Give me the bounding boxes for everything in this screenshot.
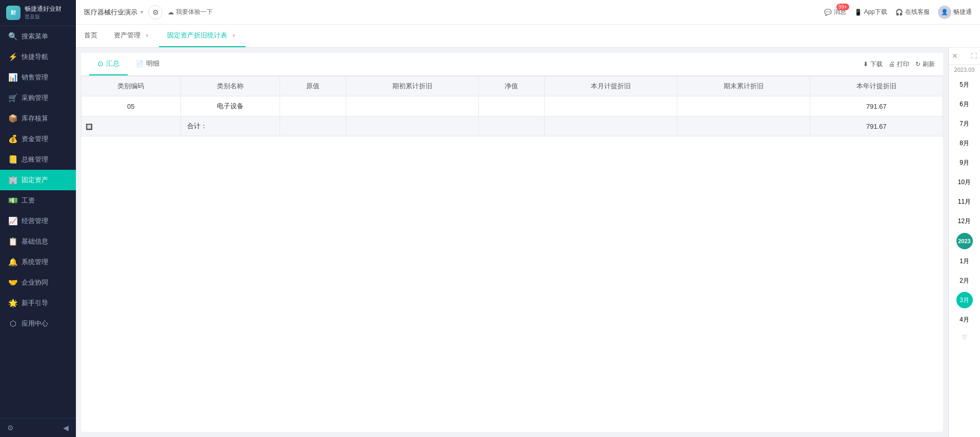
header-left: 医疗器械行业演示 ▾ ⚙ ☁ 我要体验一下 xyxy=(84,5,213,19)
app-logo: 财 畅捷通好业财 普及版 xyxy=(0,0,76,26)
subtotal-monthly-dep xyxy=(544,116,677,136)
table-row: 05 电子设备 791.67 xyxy=(82,96,943,116)
app-download-action[interactable]: 📱 App下载 xyxy=(854,8,887,16)
sidebar-label-purchase: 采购管理 xyxy=(22,93,48,103)
customer-service-label: 在线客服 xyxy=(905,8,930,16)
month-button[interactable]: 4月 xyxy=(956,311,973,328)
month-button[interactable]: 10月 xyxy=(956,174,973,190)
detail-icon: 📄 xyxy=(136,60,144,67)
tab-home[interactable]: 首页 xyxy=(76,25,106,47)
sidebar-nav: 🔍 搜索菜单 ⚡ 快捷导航 📊 销售管理 🛒 采购管理 📦 库存核算 💰 资金管… xyxy=(0,26,76,418)
sidebar-item-guide[interactable]: 🌟 新手引导 xyxy=(0,293,76,313)
sub-tab-summary[interactable]: ⊙ 汇总 xyxy=(89,53,128,75)
tab-home-label: 首页 xyxy=(84,31,97,40)
logo-icon: 财 xyxy=(6,6,21,20)
right-panel-expand-icon[interactable]: ⛶ xyxy=(971,52,977,59)
sidebar-icon-basic-info: 📋 xyxy=(8,237,17,246)
header-settings-button[interactable]: ⚙ xyxy=(148,5,163,19)
prev-year-label: 2023.03 xyxy=(949,65,980,75)
month-button[interactable]: 3月 xyxy=(956,292,973,308)
month-button[interactable]: 5月 xyxy=(956,76,973,93)
messages-action[interactable]: 💬 消息 99+ xyxy=(824,8,846,16)
sidebar-item-basic-info[interactable]: 📋 基础信息 xyxy=(0,231,76,252)
subtotal-net xyxy=(478,116,544,136)
sidebar-icon-sales: 📊 xyxy=(8,73,17,82)
print-button[interactable]: 🖨 打印 xyxy=(889,60,909,69)
month-button[interactable]: 2月 xyxy=(956,272,973,289)
month-button[interactable]: 8月 xyxy=(956,135,973,151)
subtotal-icon-cell: 🔲 xyxy=(82,116,181,136)
sidebar-item-capital[interactable]: 💰 资金管理 xyxy=(0,129,76,149)
sidebar-label-search: 搜索菜单 xyxy=(22,32,48,41)
app-download-icon: 📱 xyxy=(854,9,862,16)
trial-button[interactable]: ☁ 我要体验一下 xyxy=(168,8,213,16)
settings-icon[interactable]: ⚙ xyxy=(7,424,14,432)
tab-asset-mgmt[interactable]: 资产管理 × xyxy=(106,25,159,47)
month-wrap: 12月 xyxy=(949,211,980,231)
sidebar-item-system[interactable]: 🔔 系统管理 xyxy=(0,252,76,272)
page-content: ⊙ 汇总 📄 明细 ⬇ 下载 🖨 打印 xyxy=(81,53,943,432)
nav-arrows: ▽ xyxy=(949,329,980,345)
sidebar-icon-operations: 📈 xyxy=(8,216,17,226)
sidebar-item-enterprise[interactable]: 🤝 企业协同 xyxy=(0,272,76,293)
month-wrap: 2月 xyxy=(949,271,980,290)
sidebar-icon-capital: 💰 xyxy=(8,134,17,144)
user-action[interactable]: 👤 畅捷通 xyxy=(938,6,972,19)
month-wrap: 3月 xyxy=(949,290,980,310)
tab-depreciation-close[interactable]: × xyxy=(230,32,237,39)
sidebar-item-sales[interactable]: 📊 销售管理 xyxy=(0,67,76,88)
company-selector[interactable]: 医疗器械行业演示 ▾ xyxy=(84,8,143,17)
cell-net-value xyxy=(478,96,544,116)
sidebar-icon-quick-nav: ⚡ xyxy=(8,52,17,62)
sidebar-item-search[interactable]: 🔍 搜索菜单 xyxy=(0,26,76,47)
month-button[interactable]: 6月 xyxy=(956,96,973,112)
sub-tab-detail[interactable]: 📄 明细 xyxy=(128,53,168,75)
sidebar-label-sales: 销售管理 xyxy=(22,73,48,82)
cell-category-code: 05 xyxy=(82,96,181,116)
sidebar-item-app-center[interactable]: ⬡ 应用中心 xyxy=(0,313,76,334)
right-panel-close-icon[interactable]: ✕ xyxy=(952,52,958,60)
col-annual-depreciation: 本年计提折旧 xyxy=(810,76,943,96)
sidebar: 财 畅捷通好业财 普及版 🔍 搜索菜单 ⚡ 快捷导航 📊 销售管理 🛒 采购管理… xyxy=(0,0,76,437)
sidebar-item-operations[interactable]: 📈 经营管理 xyxy=(0,211,76,231)
nav-down-icon[interactable]: ▽ xyxy=(960,331,969,343)
sidebar-icon-enterprise: 🤝 xyxy=(8,278,17,287)
sidebar-item-quick-nav[interactable]: ⚡ 快捷导航 xyxy=(0,47,76,67)
sidebar-item-fixed-assets[interactable]: 🏢 固定资产 xyxy=(0,170,76,190)
month-button[interactable]: 7月 xyxy=(956,115,973,132)
sidebar-icon-inventory: 📦 xyxy=(8,114,17,123)
subtotal-period-end-dep xyxy=(677,116,810,136)
subtotal-annual-dep: 791.67 xyxy=(810,116,943,136)
company-name: 医疗器械行业演示 xyxy=(84,8,137,17)
sub-tab-bar: ⊙ 汇总 📄 明细 ⬇ 下载 🖨 打印 xyxy=(81,53,943,76)
month-wrap: 10月 xyxy=(949,172,980,192)
download-button[interactable]: ⬇ 下载 xyxy=(863,60,883,69)
month-wrap: 6月 xyxy=(949,94,980,114)
customer-service-action[interactable]: 🎧 在线客服 xyxy=(895,8,930,16)
tab-bar: 首页 资产管理 × 固定资产折旧统计表 × xyxy=(76,25,980,48)
collapse-icon[interactable]: ◀ xyxy=(63,424,69,432)
cell-initial-depreciation xyxy=(346,96,478,116)
sidebar-item-inventory[interactable]: 📦 库存核算 xyxy=(0,108,76,129)
customer-service-icon: 🎧 xyxy=(895,9,903,16)
refresh-button[interactable]: ↻ 刷新 xyxy=(915,60,935,69)
month-wrap: 4月 xyxy=(949,310,980,329)
sidebar-item-payroll[interactable]: 💵 工资 xyxy=(0,190,76,211)
month-wrap: 8月 xyxy=(949,133,980,153)
month-button[interactable]: 11月 xyxy=(956,193,973,210)
sidebar-label-inventory: 库存核算 xyxy=(22,114,48,123)
download-icon: ⬇ xyxy=(863,61,868,68)
logo-text: 畅捷通好业财 xyxy=(25,5,62,13)
tab-depreciation-report[interactable]: 固定资产折旧统计表 × xyxy=(159,25,246,47)
avatar: 👤 xyxy=(938,6,951,19)
sidebar-item-ledger[interactable]: 📒 总账管理 xyxy=(0,149,76,170)
month-button[interactable]: 9月 xyxy=(956,154,973,171)
sidebar-footer: ⚙ ◀ xyxy=(0,418,76,437)
cell-annual-depreciation: 791.67 xyxy=(810,96,943,116)
month-button[interactable]: 12月 xyxy=(956,213,973,229)
month-button[interactable]: 1月 xyxy=(956,253,973,269)
current-year-label[interactable]: 2023 xyxy=(956,233,973,249)
messages-icon: 💬 xyxy=(824,9,832,16)
tab-asset-mgmt-close[interactable]: × xyxy=(144,32,151,39)
sidebar-item-purchase[interactable]: 🛒 采购管理 xyxy=(0,88,76,108)
